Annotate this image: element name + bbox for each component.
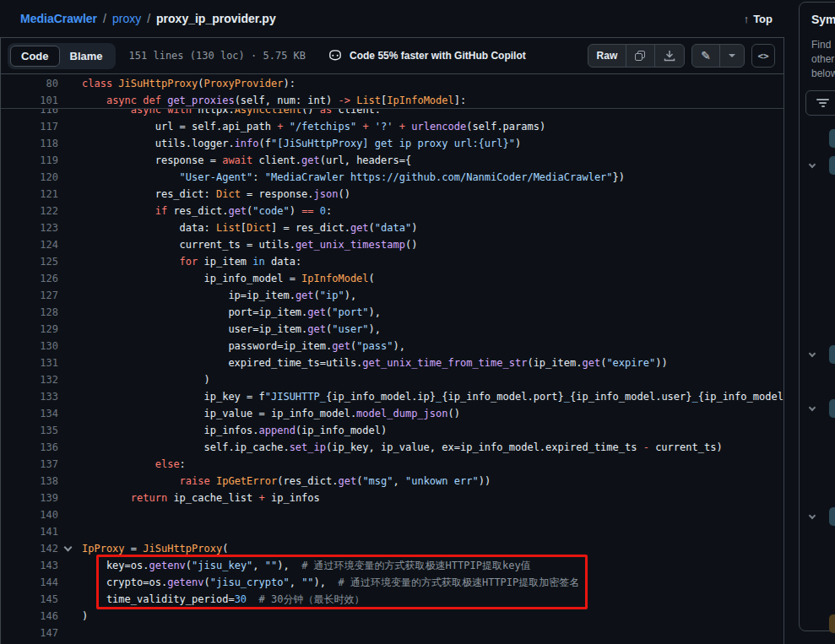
- symbol-row[interactable]: [800, 156, 835, 175]
- code-viewer[interactable]: 116 async with httpx.AsyncClient() as cl…: [1, 74, 783, 644]
- edit-actions-group: ✎: [691, 44, 745, 68]
- code-line: 120 "User-Agent": "MediaCrawler https://…: [1, 169, 783, 186]
- code-line: 142IpProxy = JiSuHttpProxy(: [1, 540, 783, 557]
- code-blame-switcher: Code Blame: [8, 43, 116, 69]
- line-number[interactable]: 125: [1, 253, 58, 270]
- line-number[interactable]: 129: [1, 321, 58, 338]
- line-number[interactable]: 146: [1, 608, 58, 625]
- github-file-view: MediaCrawler / proxy / proxy_ip_provider…: [0, 0, 835, 644]
- chevron-down-icon[interactable]: [809, 161, 816, 168]
- line-number[interactable]: 136: [1, 439, 58, 456]
- symbol-row[interactable]: [800, 129, 835, 148]
- collapse-chevron-icon[interactable]: [64, 544, 73, 552]
- code-line: 121 res_dict: Dict = response.json(): [1, 186, 783, 203]
- breadcrumb-separator: /: [147, 12, 150, 25]
- symbols-filter-button[interactable]: [805, 90, 835, 116]
- code-line: 144 crypto=os.getenv("jisu_crypto", ""),…: [1, 574, 783, 591]
- code-line: 146): [1, 608, 783, 625]
- line-number[interactable]: 134: [1, 405, 58, 422]
- tab-blame[interactable]: Blame: [60, 46, 113, 66]
- line-number[interactable]: 138: [1, 473, 58, 490]
- line-number[interactable]: 80: [1, 75, 58, 92]
- line-number[interactable]: 126: [1, 270, 58, 287]
- main-column: MediaCrawler / proxy / proxy_ip_provider…: [0, 0, 784, 644]
- raw-button[interactable]: Raw: [588, 45, 626, 67]
- code-line: 118 utils.logger.info(f"[JiSuHttpProxy] …: [1, 135, 783, 152]
- symbol-pill[interactable]: [829, 507, 835, 526]
- line-number[interactable]: 139: [1, 490, 58, 506]
- symbol-row[interactable]: [800, 507, 835, 526]
- code-line: 127 ip=ip_item.get("ip"),: [1, 287, 783, 304]
- line-number[interactable]: 127: [1, 287, 58, 304]
- line-number[interactable]: 141: [1, 523, 58, 540]
- file-info-text: 151 lines (130 loc) · 5.75 KB: [129, 50, 306, 62]
- symbol-row[interactable]: [800, 399, 835, 418]
- line-number[interactable]: 123: [1, 219, 58, 236]
- code-line: 80class JiSuHttpProxy(ProxyProvider):: [1, 75, 783, 92]
- line-number[interactable]: 117: [1, 118, 58, 135]
- code-line: 141: [1, 523, 783, 540]
- toolbar-actions: Raw ✎: [588, 44, 775, 68]
- symbol-pill[interactable]: [829, 156, 835, 175]
- symbol-pill[interactable]: [829, 129, 835, 148]
- code-line: 129 user=ip_item.get("user"),: [1, 321, 783, 338]
- line-number[interactable]: 132: [1, 371, 58, 388]
- symbol-row[interactable]: [800, 345, 835, 364]
- line-number[interactable]: 124: [1, 236, 58, 253]
- file-toolbar: Code Blame 151 lines (130 loc) · 5.75 KB…: [1, 38, 783, 74]
- sticky-lines: 80class JiSuHttpProxy(ProxyProvider):101…: [1, 74, 783, 109]
- line-number[interactable]: 128: [1, 304, 58, 321]
- symbol-row[interactable]: [800, 614, 835, 633]
- tab-code[interactable]: Code: [10, 46, 60, 67]
- code-line: 117 url = self.api_path + "/fetchips" + …: [1, 118, 783, 135]
- edit-dropdown-button[interactable]: [719, 45, 744, 67]
- symbols-panel: Sym Find other below: [799, 2, 835, 631]
- raw-actions-group: Raw: [588, 44, 686, 68]
- line-number[interactable]: 135: [1, 422, 58, 439]
- back-to-top-button[interactable]: ↑ Top: [744, 13, 773, 25]
- symbol-pill[interactable]: [829, 399, 835, 418]
- chevron-down-icon[interactable]: [809, 350, 816, 357]
- chevron-down-icon[interactable]: [809, 404, 816, 411]
- download-button[interactable]: [654, 45, 684, 67]
- line-number[interactable]: 130: [1, 338, 58, 354]
- line-number[interactable]: 121: [1, 186, 58, 203]
- code-lines: 116 async with httpx.AsyncClient() as cl…: [1, 101, 783, 641]
- symbol-pill[interactable]: [829, 614, 835, 633]
- symbols-panel-description: Find other below: [811, 38, 835, 81]
- line-number[interactable]: 101: [1, 92, 58, 109]
- breadcrumb-separator: /: [103, 12, 106, 25]
- filter-icon: [816, 99, 829, 109]
- line-number[interactable]: 118: [1, 135, 58, 152]
- line-number[interactable]: 143: [1, 557, 58, 574]
- line-number[interactable]: 137: [1, 456, 58, 473]
- code-line: 135 ip_infos.append(ip_info_model): [1, 422, 783, 439]
- line-number[interactable]: 145: [1, 591, 58, 608]
- copy-raw-button[interactable]: [626, 45, 654, 67]
- line-number[interactable]: 142: [1, 540, 58, 557]
- download-icon: [664, 50, 675, 62]
- code-symbols-icon: <>: [757, 51, 768, 62]
- code-line: 147: [1, 625, 783, 641]
- chevron-down-icon[interactable]: [809, 512, 816, 519]
- breadcrumb: MediaCrawler / proxy / proxy_ip_provider…: [0, 0, 784, 37]
- code-line: 101 async def get_proxies(self, num: int…: [1, 92, 783, 109]
- code-line: 143 key=os.getenv("jisu_key", ""), # 通过环…: [1, 557, 783, 574]
- breadcrumb-repo-link[interactable]: MediaCrawler: [20, 12, 97, 25]
- open-symbols-panel-button[interactable]: <>: [751, 44, 775, 68]
- edit-file-button[interactable]: ✎: [692, 45, 719, 67]
- line-number[interactable]: 140: [1, 506, 58, 523]
- line-number[interactable]: 122: [1, 203, 58, 219]
- code-line: 123 data: List[Dict] = res_dict.get("dat…: [1, 219, 783, 236]
- symbol-pill[interactable]: [829, 345, 835, 364]
- code-line: 138 raise IpGetError(res_dict.get("msg",…: [1, 473, 783, 490]
- line-number[interactable]: 119: [1, 152, 58, 169]
- up-arrow-icon: ↑: [744, 13, 750, 25]
- line-number[interactable]: 120: [1, 169, 58, 186]
- line-number[interactable]: 131: [1, 354, 58, 371]
- code-line: 130 password=ip_item.get("pass"),: [1, 338, 783, 354]
- breadcrumb-folder-link[interactable]: proxy: [112, 12, 141, 25]
- line-number[interactable]: 147: [1, 625, 58, 641]
- line-number[interactable]: 144: [1, 574, 58, 591]
- line-number[interactable]: 133: [1, 388, 58, 405]
